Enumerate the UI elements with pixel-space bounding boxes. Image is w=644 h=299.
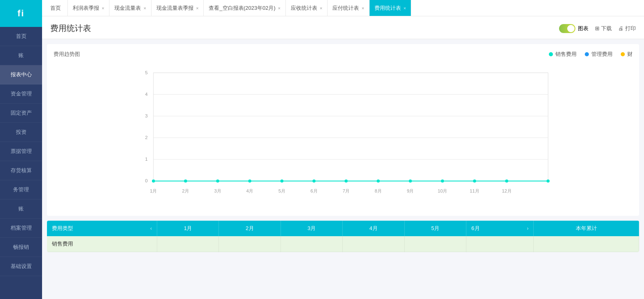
svg-text:3月: 3月	[214, 188, 221, 193]
tab-cashflow[interactable]: 现金流量表 ×	[109, 0, 151, 16]
chart-toggle[interactable]	[559, 24, 575, 33]
sidebar-item-ticket-management[interactable]: 票据管理	[0, 142, 42, 161]
cell-m5	[404, 236, 466, 252]
prev-period-arrow[interactable]: ‹	[150, 226, 152, 231]
legend-dot-finance	[621, 52, 625, 56]
svg-text:4月: 4月	[246, 188, 253, 193]
sidebar-item-inventory[interactable]: 存货核算	[0, 161, 42, 180]
close-tab-cashflow-quarterly[interactable]: ×	[196, 6, 198, 11]
close-tab-receivable[interactable]: ×	[320, 6, 322, 11]
th-ytd: 本年累计	[534, 221, 639, 236]
close-tab-profit[interactable]: ×	[102, 6, 104, 11]
svg-text:6月: 6月	[310, 188, 317, 193]
th-m1: 1月	[157, 221, 219, 236]
trend-chart: 5 4 3 2 1	[53, 61, 633, 208]
sidebar-item-home[interactable]: 首页	[0, 27, 42, 46]
print-button[interactable]: 🖨 打印	[618, 25, 636, 32]
legend-finance: 财	[621, 51, 633, 58]
svg-point-13	[152, 179, 155, 183]
sidebar-item-write-off[interactable]: 畅报销	[0, 238, 42, 257]
svg-point-15	[216, 179, 219, 183]
download-icon: ⊞	[595, 25, 599, 31]
close-tab-payable-stat[interactable]: ×	[361, 6, 364, 11]
tab-home[interactable]: 首页	[44, 0, 68, 16]
tab-expense-stat[interactable]: 费用统计表 ×	[370, 0, 411, 16]
sidebar-item-service-management[interactable]: 务管理	[0, 180, 42, 199]
svg-point-17	[281, 179, 284, 183]
th-expense-type: 费用类型 ‹	[47, 221, 157, 236]
sidebar-item-investment[interactable]: 投资	[0, 123, 42, 142]
close-tab-cashflow[interactable]: ×	[143, 6, 146, 11]
sidebar-item-basic-settings[interactable]: 基础设置	[0, 257, 42, 276]
download-button[interactable]: ⊞ 下载	[595, 25, 612, 32]
legend-label-admin: 管理费用	[591, 51, 613, 58]
main-content: 首页 利润表季报 × 现金流量表 × 现金流量表季报 × 查看_空白报表(202…	[42, 0, 644, 299]
svg-text:4: 4	[145, 92, 147, 97]
close-tab-blank-report[interactable]: ×	[278, 6, 281, 11]
svg-point-21	[409, 179, 412, 183]
sidebar-item-archive[interactable]: 档案管理	[0, 219, 42, 238]
svg-point-16	[248, 179, 252, 183]
cell-expense-type: 销售费用	[47, 236, 157, 252]
svg-text:2月: 2月	[182, 188, 189, 193]
svg-text:1: 1	[145, 157, 147, 162]
chart-header: 费用趋势图 销售费用 管理费用 财	[53, 51, 633, 58]
th-m5: 5月	[404, 221, 466, 236]
sidebar-item-fund-management[interactable]: 资金管理	[0, 84, 42, 104]
tab-blank-report[interactable]: 查看_空白报表(2023年02月) ×	[204, 0, 286, 16]
page-actions: 图表 ⊞ 下载 🖨 打印	[559, 24, 636, 33]
sidebar-item-fixed-assets[interactable]: 固定资产	[0, 104, 42, 123]
tab-receivable[interactable]: 应收统计表 ×	[286, 0, 328, 16]
svg-text:5月: 5月	[279, 188, 285, 193]
sidebar: fi 首页 账 报表中心 资金管理 固定资产 投资 票据管理 存货核算 务管理 …	[0, 0, 42, 299]
svg-point-14	[184, 179, 187, 183]
th-m6: 6月 ›	[466, 221, 534, 236]
legend-dot-admin	[585, 52, 589, 56]
legend-dot-sales	[549, 52, 553, 56]
svg-point-25	[546, 179, 550, 183]
chart-container: 费用趋势图 销售费用 管理费用 财	[47, 44, 639, 216]
sidebar-item-payable[interactable]: 账	[0, 199, 42, 219]
svg-text:3: 3	[145, 113, 147, 118]
tab-bar: 首页 利润表季报 × 现金流量表 × 现金流量表季报 × 查看_空白报表(202…	[42, 0, 644, 16]
svg-text:2: 2	[145, 135, 147, 140]
svg-text:11月: 11月	[470, 188, 479, 193]
chart-legend: 销售费用 管理费用 财	[549, 51, 633, 58]
svg-text:8月: 8月	[375, 188, 382, 193]
tab-cashflow-quarterly[interactable]: 现金流量表季报 ×	[152, 0, 204, 16]
tab-profit[interactable]: 利润表季报 ×	[68, 0, 109, 16]
svg-text:12月: 12月	[502, 188, 512, 193]
tab-payable-stat[interactable]: 应付统计表 ×	[328, 0, 369, 16]
sidebar-item-report-center[interactable]: 报表中心	[0, 65, 42, 84]
next-period-arrow[interactable]: ›	[527, 226, 528, 231]
print-icon: 🖨	[618, 25, 624, 31]
svg-text:10月: 10月	[438, 188, 448, 193]
chart-svg-wrap: 5 4 3 2 1	[53, 61, 633, 209]
cell-m4	[343, 236, 404, 252]
cell-m3	[281, 236, 342, 252]
cell-m6	[466, 236, 534, 252]
print-label: 打印	[625, 25, 636, 32]
svg-point-24	[505, 179, 508, 183]
legend-admin: 管理费用	[585, 51, 613, 58]
page-header: 费用统计表 图表 ⊞ 下载 🖨 打印	[42, 16, 644, 39]
th-m4: 4月	[343, 221, 404, 236]
data-table-wrap: 费用类型 ‹ 1月 2月 3月 4月 5月 6月	[47, 221, 639, 252]
th-m3: 3月	[281, 221, 342, 236]
download-label: 下载	[601, 25, 612, 32]
svg-rect-12	[154, 73, 548, 181]
legend-label-sales: 销售费用	[555, 51, 577, 58]
legend-sales: 销售费用	[549, 51, 577, 58]
chart-toggle-wrap[interactable]: 图表	[559, 24, 588, 33]
cell-m2	[219, 236, 281, 252]
svg-text:5: 5	[145, 70, 147, 75]
svg-text:0: 0	[145, 178, 147, 183]
expense-table: 费用类型 ‹ 1月 2月 3月 4月 5月 6月	[47, 221, 639, 252]
close-tab-expense-stat[interactable]: ×	[403, 6, 406, 11]
page-area: 费用统计表 图表 ⊞ 下载 🖨 打印	[42, 16, 644, 299]
svg-point-19	[345, 179, 348, 183]
sidebar-item-account[interactable]: 账	[0, 46, 42, 65]
svg-point-22	[441, 179, 444, 183]
svg-text:9月: 9月	[407, 188, 414, 193]
page-title: 费用统计表	[50, 23, 91, 34]
